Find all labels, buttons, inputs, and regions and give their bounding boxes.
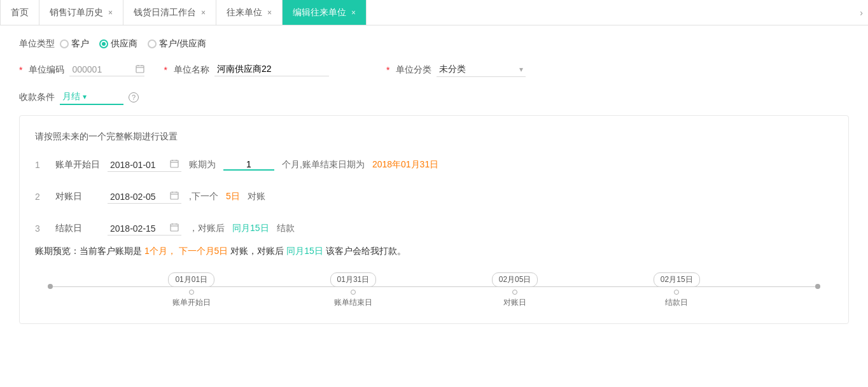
row-2-calendar-icon[interactable] xyxy=(170,191,179,202)
radio-customer-supplier[interactable]: 客户/供应商 xyxy=(148,38,206,50)
preview-label: 账期预览：当前客户账期是 xyxy=(35,246,142,256)
payment-terms-help-icon[interactable]: ? xyxy=(129,92,139,102)
tab-edit-partner[interactable]: 编辑往来单位 × xyxy=(283,0,367,25)
timeline-node-3: 02月05日 对账日 xyxy=(492,272,538,308)
row-1-suffix2: 个月,账单结束日期为 xyxy=(282,159,365,171)
row-2-suffix: 对账 xyxy=(248,191,265,202)
payment-terms-select[interactable]: 月结 ▾ xyxy=(60,90,123,105)
timeline-node-4: 02月15日 结款日 xyxy=(654,272,700,308)
row-3-num: 3 xyxy=(35,223,48,234)
form-row-unit-info: * 单位编码 * 单位名称 * 单位分类 未分类 ▾ xyxy=(19,62,849,77)
row-1-date-field xyxy=(108,158,181,172)
timeline-end-cap xyxy=(815,284,820,289)
payment-terms-label: 收款条件 xyxy=(19,92,55,103)
radio-supplier-label: 供应商 xyxy=(111,38,137,50)
row-3-prefix: ，对账后 xyxy=(189,223,225,234)
radio-customer[interactable]: 客户 xyxy=(60,38,89,50)
row-2-prefix: ,下一个 xyxy=(189,191,218,202)
row-2-highlight: 5日 xyxy=(226,191,240,202)
preview-2: 下一个月5日 xyxy=(179,246,228,256)
row-1-period-input[interactable] xyxy=(223,159,274,171)
timeline-node-1-dot xyxy=(189,290,194,295)
timeline-node-2-dot xyxy=(351,290,356,295)
tab-cash-work-label: 钱货日清工作台 xyxy=(134,7,196,18)
tab-cash-work[interactable]: 钱货日清工作台 × xyxy=(123,0,216,25)
timeline-start-dot xyxy=(48,284,53,289)
timeline-node-3-label: 对账日 xyxy=(503,297,526,308)
unit-name-required-star: * xyxy=(164,65,167,75)
tab-cash-work-close[interactable]: × xyxy=(201,8,206,17)
preview-3: 同月15日 xyxy=(286,246,323,256)
settings-panel: 请按照未来的一个完整帐期进行设置 1 账单开始日 账期为 个月,账单结束日期为 … xyxy=(19,115,849,324)
preview-mid: 对账，对账后 xyxy=(230,246,284,256)
timeline-nodes: 01月01日 账单开始日 01月31日 账单结束日 02月05日 对账日 xyxy=(48,272,820,308)
row-3-date-field xyxy=(108,222,181,236)
timeline-node-1-label: 账单开始日 xyxy=(172,297,211,308)
timeline-node-1: 01月01日 账单开始日 xyxy=(168,272,214,308)
setting-row-2: 2 对账日 ,下一个 5日 对账 xyxy=(35,190,833,204)
payment-terms-dropdown-icon: ▾ xyxy=(83,92,87,101)
tab-partner-close[interactable]: × xyxy=(267,8,272,17)
preview-1: 1个月， xyxy=(144,246,176,256)
unit-category-required-star: * xyxy=(386,65,389,75)
tabs-arrow[interactable]: › xyxy=(855,0,868,25)
svg-rect-4 xyxy=(171,160,178,167)
setting-row-1: 1 账单开始日 账期为 个月,账单结束日期为 2018年01月31日 xyxy=(35,158,833,172)
unit-code-input[interactable] xyxy=(69,63,133,76)
radio-supplier[interactable]: 供应商 xyxy=(99,38,137,50)
preview-text: 账期预览：当前客户账期是 1个月， 下一个月5日 对账，对账后 同月15日 该客… xyxy=(35,246,833,257)
timeline-node-1-badge: 01月01日 xyxy=(168,272,214,287)
row-3-date-input[interactable] xyxy=(110,223,167,234)
tab-sales-history-close[interactable]: × xyxy=(108,8,113,17)
unit-category-dropdown-icon: ▾ xyxy=(519,65,523,74)
tab-home-label: 首页 xyxy=(11,7,29,18)
unit-code-icon[interactable] xyxy=(136,64,144,75)
timeline-node-2-label: 账单结束日 xyxy=(334,297,372,308)
unit-code-input-wrapper xyxy=(69,63,144,76)
form-row-unit-type: 单位类型 客户 供应商 客户/供应商 xyxy=(19,38,849,50)
unit-name-label: 单位名称 xyxy=(174,64,209,76)
radio-customer-supplier-circle xyxy=(148,39,157,48)
form-row-payment: 收款条件 月结 ▾ ? xyxy=(19,90,849,105)
unit-name-field: * 单位名称 xyxy=(164,63,328,76)
row-3-highlight: 同月15日 xyxy=(232,223,269,234)
row-2-date-field xyxy=(108,190,181,204)
payment-terms-value: 月结 xyxy=(62,91,80,102)
unit-code-required-star: * xyxy=(19,65,22,75)
timeline-start-cap xyxy=(48,284,53,289)
row-2-num: 2 xyxy=(35,192,48,202)
timeline-node-4-label: 结款日 xyxy=(665,297,688,308)
row-3-suffix: 结款 xyxy=(277,223,295,234)
tab-partner-label: 往来单位 xyxy=(227,7,262,18)
page-content: 单位类型 客户 供应商 客户/供应商 * 单位编码 xyxy=(0,25,868,387)
unit-type-field: 单位类型 客户 供应商 客户/供应商 xyxy=(19,38,206,50)
row-1-calendar-icon[interactable] xyxy=(170,159,179,170)
row-1-suffix1: 账期为 xyxy=(189,159,216,171)
row-1-num: 1 xyxy=(35,160,48,170)
svg-rect-12 xyxy=(171,224,178,231)
unit-category-select[interactable]: 未分类 ▾ xyxy=(437,62,526,77)
preview-end: 该客户会给我打款。 xyxy=(326,246,406,256)
timeline-end-dot xyxy=(815,284,820,289)
payment-terms-field: 收款条件 月结 ▾ ? xyxy=(19,90,139,105)
svg-rect-0 xyxy=(136,66,144,73)
row-1-label: 账单开始日 xyxy=(55,159,100,171)
unit-code-label: 单位编码 xyxy=(29,64,64,76)
unit-name-input[interactable] xyxy=(214,63,329,76)
timeline-node-2: 01月31日 账单结束日 xyxy=(330,272,377,308)
unit-category-field: * 单位分类 未分类 ▾ xyxy=(386,62,526,77)
unit-type-label: 单位类型 xyxy=(19,38,55,50)
unit-category-label: 单位分类 xyxy=(396,64,431,76)
tab-partner[interactable]: 往来单位 × xyxy=(216,0,283,25)
row-3-calendar-icon[interactable] xyxy=(170,223,179,234)
tab-home[interactable]: 首页 xyxy=(0,0,39,25)
radio-customer-supplier-label: 客户/供应商 xyxy=(159,38,206,50)
radio-customer-label: 客户 xyxy=(71,38,89,50)
row-2-date-input[interactable] xyxy=(110,192,167,202)
tab-edit-partner-label: 编辑往来单位 xyxy=(293,7,346,18)
tab-sales-history[interactable]: 销售订单历史 × xyxy=(39,0,123,25)
unit-type-radio-group: 客户 供应商 客户/供应商 xyxy=(60,38,206,50)
row-1-date-input[interactable] xyxy=(110,160,167,170)
radio-supplier-circle xyxy=(99,39,108,48)
tab-edit-partner-close[interactable]: × xyxy=(351,8,356,17)
